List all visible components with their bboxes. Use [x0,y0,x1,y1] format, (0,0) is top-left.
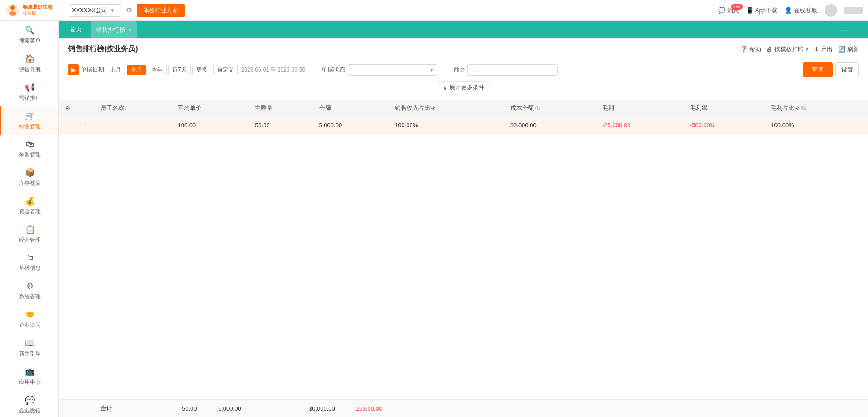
message-badge: 99+ [731,4,743,10]
page-header-actions: ❓ 帮助 🖨 按模板打印 ▾ ⬇ 导出 🔄 [740,45,859,53]
sidebar-item-enterprise[interactable]: 🤝 企业协同 [0,305,58,334]
col-settings[interactable]: ⚙ [59,100,77,117]
enterprise-icon: 🤝 [25,310,35,320]
row-profit-rate: -500.00% [685,117,766,134]
date-label: 单据日期 [81,66,104,74]
sidebar-item-label: 企业微信 [19,407,41,415]
table-footer: 合计 50.00 5,000.00 30,000.00 -25,000.00 [59,399,868,417]
sidebar-item-label: 应用中心 [19,379,41,386]
tab-sales-rank[interactable]: 销售排行榜 × [91,21,137,39]
sidebar-item-label: 系统管理 [19,293,41,301]
row-profit-pct: 100.00% [765,117,868,134]
print-icon: 🖨 [767,46,772,53]
cost-info-icon[interactable]: ⓘ [535,105,540,111]
row-avg-price: 100.00 [173,117,250,134]
tab-minimize-icon[interactable]: — [839,24,850,35]
col-rank [77,100,95,117]
tab-close-icon[interactable]: × [128,27,131,33]
page-header: 销售排行榜(按业务员) ❓ 帮助 🖨 按模板打印 ▾ ⬇ [59,39,868,58]
sidebar-item-label: 营销推广 [19,94,41,102]
export-button[interactable]: ⬇ 导出 [814,45,833,53]
expand-icon: ∨ [443,84,447,91]
guide-icon: 📖 [25,338,35,348]
settings-icon[interactable]: ⚙ [126,6,132,14]
sidebar-item-app-center[interactable]: 📺 应用中心 [0,362,58,391]
col-qty: 主数量 [249,100,313,117]
goods-input[interactable]: ... [467,64,558,76]
sidebar-item-label: 新手引导 [19,350,41,358]
query-button[interactable]: 查询 [803,62,833,77]
logo-text: 畅康通好生意 标准版 [23,4,53,17]
sidebar-item-inventory[interactable]: 📦 库存核算 [0,163,58,192]
service-icon: 👤 [785,7,792,14]
sidebar-item-label: 销售管理 [19,123,41,130]
date-more-btn[interactable]: 更多 [192,65,211,75]
table-container: ⚙ 员工名称 平均单价 主数量 全额 销售收入占比% 成本全额 ⓘ [59,100,868,399]
search-icon: 🔍 [25,25,35,35]
sidebar-item-quick-nav[interactable]: 🏠 快捷导航 [0,49,58,78]
print-button[interactable]: 🖨 按模板打印 ▾ [767,45,809,53]
sidebar-item-marketing[interactable]: 📢 营销推广 [0,78,58,106]
tab-maximize-icon[interactable]: □ [854,24,864,35]
sidebar-item-wechat[interactable]: 💬 企业微信 [0,391,58,417]
row-profit: -25,000.00 [597,117,684,134]
sidebar-item-basic-info[interactable]: 🗂 基础信息 [0,249,58,277]
col-cost: 成本全额 ⓘ [505,100,597,117]
date-last-month-btn[interactable]: 上月 [106,65,125,75]
status-filter: 单据状态 ▾ [321,64,437,76]
trial-button[interactable]: 体验行业方案 [137,4,185,17]
online-service-button[interactable]: 👤 在线客服 [785,6,817,14]
sidebar-item-label: 采购管理 [19,151,41,158]
home-icon: 🏠 [25,54,35,64]
date-toggle-button[interactable]: ▶ [68,64,79,75]
sidebar-item-finance[interactable]: 💰 资金管理 [0,192,58,220]
date-custom-btn[interactable]: 自定义 [213,65,238,75]
finance-icon: 💰 [25,196,35,206]
sales-icon: 🛒 [25,111,35,121]
sidebar-item-guide[interactable]: 📖 新手引导 [0,334,58,362]
sidebar-item-search[interactable]: 🔍 搜索菜单 [0,21,58,49]
col-profit-pct: 毛利占比% % [765,100,868,117]
company-selector[interactable]: XXXXXX公司 ▾ [68,4,122,17]
footer-profit: -25,000.00 [354,405,399,412]
message-icon: 💬 [718,7,725,14]
sidebar-item-label: 资金管理 [19,208,41,216]
date-this-year-btn[interactable]: 本年 [148,65,167,75]
sidebar-item-purchase[interactable]: 🛍 采购管理 [0,135,58,163]
top-right-area: 💬 消息 99+ 📱 App下载 👤 在线客服 [718,4,863,17]
col-amount: 全额 [314,100,389,117]
date-7days-btn[interactable]: 近7天 [168,65,191,75]
help-button[interactable]: ❓ 帮助 [740,45,761,53]
sidebar-item-label: 经营管理 [19,236,41,244]
wechat-icon: 💬 [25,395,35,405]
sidebar-item-sales[interactable]: 🛒 销售管理 [0,106,58,135]
app-download-button[interactable]: 📱 App下载 [746,6,777,14]
message-button[interactable]: 💬 消息 99+ [718,6,739,14]
status-select[interactable]: ▾ [347,64,437,76]
expand-filters-button[interactable]: ∨ 展开更多条件 [437,81,490,93]
profit-pct-info-icon[interactable]: % [801,105,806,111]
goods-filter: 商品 ... [454,64,558,76]
table-header-row: ⚙ 员工名称 平均单价 主数量 全额 销售收入占比% 成本全额 ⓘ [59,100,868,117]
date-this-month-btn[interactable]: 本月 [127,65,146,75]
sidebar-item-operations[interactable]: 📋 经营管理 [0,220,58,249]
row-qty: 50.00 [249,117,313,134]
date-filter: ▶ 单据日期 上月 本月 本年 近7天 更多 自定义 2023 [68,64,305,75]
sidebar-item-label: 库存核算 [19,179,41,187]
goods-label: 商品 [454,66,465,74]
sales-rank-table: ⚙ 员工名称 平均单价 主数量 全额 销售收入占比% 成本全额 ⓘ [59,100,868,134]
filter-row-1: ▶ 单据日期 上月 本月 本年 近7天 更多 自定义 2023 [68,62,859,77]
purchase-icon: 🛍 [26,139,34,149]
tab-home[interactable]: 首页 [62,21,89,39]
sidebar-item-label: 基础信息 [19,264,41,272]
avatar[interactable] [825,4,837,17]
footer-amount: 5,000.00 [218,405,264,412]
sidebar-item-system[interactable]: ⚙ 系统管理 [0,277,58,305]
filter-settings-button[interactable]: 设置 [835,62,859,77]
filter-actions: 查询 设置 [803,62,859,77]
refresh-button[interactable]: 🔄 刷新 [838,45,859,53]
footer-total-label: 合计 [101,404,146,412]
export-icon: ⬇ [814,46,819,53]
col-profit: 毛利 [597,100,684,117]
logo-icon [5,3,20,18]
